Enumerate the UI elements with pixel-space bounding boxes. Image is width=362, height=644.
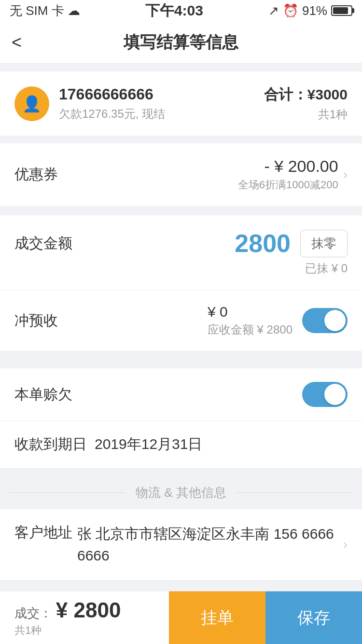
precharge-row: 冲预收 ¥ 0 应收金额 ¥ 2800: [14, 304, 348, 337]
chevron-right-icon: ›: [343, 167, 348, 182]
bad-debt-label: 本单赊欠: [14, 385, 72, 405]
pending-button[interactable]: 挂单: [169, 591, 265, 644]
round-button[interactable]: 抹零: [300, 230, 348, 257]
status-left: 无 SIM 卡 ☁: [10, 2, 80, 19]
precharge-label: 冲预收: [14, 311, 58, 331]
avatar-icon: 👤: [22, 95, 42, 113]
bottom-deal-amount: ¥ 2800: [56, 598, 121, 622]
bad-debt-toggle-knob: [324, 384, 346, 405]
amount-row: 成交金额 2800 抹零: [14, 229, 348, 258]
amount-sub: 已抹 ¥ 0: [14, 261, 348, 276]
bottom-bar: 成交： ¥ 2800 共1种 挂单 保存: [0, 591, 362, 644]
user-sub: 欠款1276.35元, 现结: [59, 106, 165, 122]
user-card: 👤 17666666666 欠款1276.35元, 现结 合计：¥3000 共1…: [0, 71, 362, 136]
precharge-sub: 应收金额 ¥ 2800: [208, 322, 292, 337]
bottom-left: 成交： ¥ 2800 共1种: [0, 598, 169, 638]
address-chevron-icon: ›: [343, 537, 348, 552]
status-bar: 无 SIM 卡 ☁ 下午4:03 ↗ ⏰ 91%: [0, 0, 362, 21]
coupon-row[interactable]: 优惠券 - ¥ 200.00 全场6折满1000减200 ›: [0, 143, 362, 206]
bottom-deal-count: 共1种: [14, 623, 154, 638]
alarm-icon: ⏰: [283, 3, 298, 18]
logistics-line-right: [236, 492, 352, 493]
section-divider-2: [0, 351, 362, 361]
section-divider-1: [0, 206, 362, 215]
total-count: 共1种: [264, 107, 348, 122]
address-label: 客户地址: [14, 523, 77, 543]
logistics-label: 物流 & 其他信息: [136, 484, 226, 501]
avatar: 👤: [14, 86, 49, 121]
precharge-right: ¥ 0 应收金额 ¥ 2800: [208, 304, 348, 337]
bad-debt-section: 本单赊欠: [0, 368, 362, 420]
due-date-label: 收款到期日: [14, 434, 87, 454]
sim-status: 无 SIM 卡 ☁: [10, 2, 80, 19]
page-title: 填写结算等信息: [124, 31, 238, 54]
precharge-section: 冲预收 ¥ 0 应收金额 ¥ 2800: [0, 290, 362, 351]
bad-debt-toggle[interactable]: [302, 382, 348, 407]
precharge-toggle[interactable]: [302, 308, 348, 333]
total-amount: 合计：¥3000: [264, 85, 348, 105]
status-right: ↗ ⏰ 91%: [268, 3, 352, 18]
battery-icon: [331, 5, 352, 16]
amount-value: 2800: [235, 229, 291, 258]
amount-right: 2800 抹零: [235, 229, 348, 258]
coupon-desc: 全场6折满1000减200: [238, 178, 338, 192]
coupon-label: 优惠券: [14, 165, 58, 184]
amount-label: 成交金额: [14, 234, 72, 253]
status-time: 下午4:03: [145, 1, 203, 21]
toggle-knob: [324, 310, 346, 331]
battery-percent: 91%: [302, 3, 327, 18]
bottom-deal-label: 成交：: [14, 606, 52, 620]
user-info: 17666666666 欠款1276.35元, 现结: [59, 85, 165, 122]
due-date-section: 收款到期日 2019年12月31日: [0, 420, 362, 468]
signal-strength: ↗: [268, 3, 279, 18]
nav-bar: < 填写结算等信息: [0, 21, 362, 64]
user-left: 👤 17666666666 欠款1276.35元, 现结: [14, 85, 165, 122]
coupon-right: - ¥ 200.00 全场6折满1000减200 ›: [238, 157, 348, 192]
save-button[interactable]: 保存: [265, 591, 362, 644]
amount-section: 成交金额 2800 抹零 已抹 ¥ 0: [0, 215, 362, 290]
address-value: 张 北京市市辖区海淀区永丰南 156 6666 6666: [77, 523, 338, 566]
logistics-divider: 物流 & 其他信息: [0, 476, 362, 509]
due-date-value: 2019年12月31日: [95, 434, 202, 454]
user-phone: 17666666666: [59, 85, 165, 103]
logistics-line-left: [10, 492, 126, 493]
back-button[interactable]: <: [12, 32, 22, 53]
content: 👤 17666666666 欠款1276.35元, 现结 合计：¥3000 共1…: [0, 71, 362, 638]
user-right: 合计：¥3000 共1种: [264, 85, 348, 122]
coupon-amount: - ¥ 200.00: [238, 157, 338, 176]
address-section[interactable]: 客户地址 张 北京市市辖区海淀区永丰南 156 6666 6666 ›: [0, 509, 362, 580]
precharge-amount: ¥ 0: [208, 304, 292, 320]
